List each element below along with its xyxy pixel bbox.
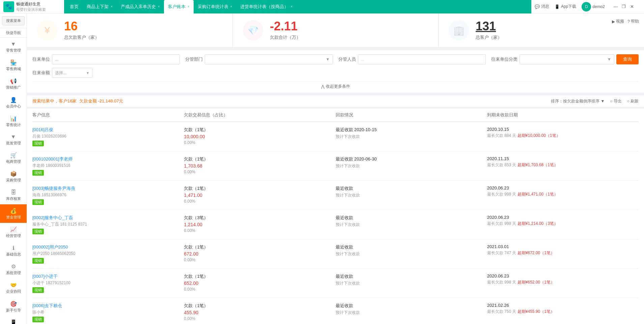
debt-count: 欠款（1笔） xyxy=(184,273,335,279)
dept-input[interactable]: ▼ xyxy=(205,54,333,64)
user-info[interactable]: D demo2 xyxy=(582,2,605,11)
video-btn[interactable]: ▶ 视频 xyxy=(612,19,624,24)
customer-name[interactable]: [0016]吕俊 xyxy=(32,127,184,133)
tab-进货单统计表（按商品）[interactable]: 进货单统计表（按商品）× xyxy=(236,0,297,13)
person-input[interactable]: ... xyxy=(358,54,486,64)
overdue-link[interactable]: 超期¥1,214.00（3笔） xyxy=(517,221,558,226)
unit-class-input[interactable]: ▼ xyxy=(520,54,614,64)
tab-客户账本[interactable]: 客户账本× xyxy=(164,0,194,13)
help-btn[interactable]: ? 帮助 xyxy=(627,19,639,24)
debt-amount-label: 欠款合计（万） xyxy=(270,34,301,40)
sidebar-icon: 🤝 xyxy=(10,282,17,288)
quick-nav[interactable]: 快捷导航 xyxy=(0,28,27,38)
overdue-link[interactable]: 超期¥455.90（1笔） xyxy=(517,309,555,314)
tab-close-icon[interactable]: × xyxy=(188,5,190,8)
sidebar-label: 零售统计 xyxy=(6,123,21,127)
tab-close-icon[interactable]: × xyxy=(111,5,113,8)
table-row: [0001020001]李老师 李老师 18600391516 现销 欠款（1笔… xyxy=(32,151,639,181)
tab-采购订单统计表[interactable]: 采购订单统计表× xyxy=(194,0,236,13)
filter-person: 分管人员 ... xyxy=(338,54,486,64)
sidebar-icon: 👤 xyxy=(10,97,17,103)
last-collection: 最近收款 xyxy=(336,273,487,279)
customer-phone: 吕俊 13026203696 xyxy=(32,134,184,139)
sidebar-item-会员中心[interactable]: 👤会员中心 xyxy=(0,93,27,112)
from-unit-input[interactable]: ... xyxy=(52,54,180,64)
table-row: [000002]用户2050 用户2050 18665062050 现销 欠款（… xyxy=(32,239,639,269)
customer-name[interactable]: [000002]用户2050 xyxy=(32,244,184,250)
sidebar-icon: ▼ xyxy=(11,41,16,47)
app-download-btn[interactable]: 📱 App下载 xyxy=(555,4,576,9)
debt-amount-icon: 💎 xyxy=(243,20,263,40)
from-unit-label: 往来单位 xyxy=(32,56,50,62)
overdue-link[interactable]: 超期¥10,000.00（1笔） xyxy=(517,133,560,138)
overdue-link[interactable]: 超期¥1,471.00（1笔） xyxy=(517,192,558,197)
sidebar-icon: 📦 xyxy=(10,171,17,177)
debt-amount: 1,471.00 xyxy=(184,193,335,198)
customer-name[interactable]: [0001020001]李老师 xyxy=(32,156,184,162)
overdue-link[interactable]: 超期¥672.00（1笔） xyxy=(517,251,555,255)
customer-name[interactable]: [0002]服务中心_丁磊 xyxy=(32,215,184,221)
tab-close-icon[interactable]: × xyxy=(230,5,232,8)
customer-tag: 现销 xyxy=(32,317,44,322)
sort-select[interactable]: 排序：按欠款金额倒序排序 ▼ xyxy=(551,98,605,104)
due-date-cell: 2020.06.23 最长欠款 998 天 超期¥652.00（1笔） xyxy=(487,273,639,285)
query-button[interactable]: 查询 xyxy=(616,54,639,64)
sidebar-item-系统管理[interactable]: ⚙系统管理 xyxy=(0,260,27,278)
debt-info-cell: 欠款（1笔） 1,703.68 0.00% xyxy=(184,156,335,174)
sidebar-item-企业协同[interactable]: 🤝企业协同 xyxy=(0,278,27,297)
sidebar-item-库存核算[interactable]: 🗄库存核算 xyxy=(0,186,27,204)
messages-btn[interactable]: 💬 消息 xyxy=(535,4,549,9)
table-row: [0016]吕俊 吕俊 13026203696 现销 欠款（1笔） 10,000… xyxy=(32,122,639,151)
sidebar-item-电商管理[interactable]: 🛒电商管理 xyxy=(0,149,27,167)
sidebar-icon: 🏪 xyxy=(10,59,17,66)
table-header-cell: 客户信息 xyxy=(32,112,184,118)
sidebar-item-资金管理[interactable]: 💰资金管理 xyxy=(0,204,27,223)
tab-close-icon[interactable]: × xyxy=(290,5,292,8)
sidebar-item-基础信息[interactable]: ℹ基础信息 xyxy=(0,241,27,260)
sidebar-item-批发管理[interactable]: ▼批发管理 xyxy=(0,130,27,149)
logo-text: 畅捷通好生意 xyxy=(16,1,46,7)
table-row: [0006]去下粮仓 陈小希 现销 欠款（1笔） 455.90 0.00% 最近… xyxy=(32,298,639,324)
table-row: [0007]小进干 小进干 18279152100 现销 欠款（1笔） 652.… xyxy=(32,269,639,298)
due-date: 2020.06.23 xyxy=(487,185,639,190)
debt-count: 欠款（1笔） xyxy=(184,185,335,192)
tab-close-icon[interactable]: × xyxy=(158,5,160,8)
tab-产成品入库单历史[interactable]: 产成品入库单历史× xyxy=(117,0,164,13)
collapse-btn[interactable]: ⋀ 收起更多条件 xyxy=(32,81,639,91)
overdue-link[interactable]: 超期¥1,703.68（1笔） xyxy=(517,163,558,167)
sidebar-item-零售商城[interactable]: 🏪零售商城 xyxy=(0,56,27,75)
refresh-btn[interactable]: ○ 刷新 xyxy=(627,98,639,104)
sidebar-item-采购管理[interactable]: 📦采购管理 xyxy=(0,167,27,186)
customer-phone: 用户2050 18665062050 xyxy=(32,251,184,257)
customer-name[interactable]: [0003]畅捷服务尹海燕 xyxy=(32,185,184,192)
customer-info-cell: [0001020001]李老师 李老师 18600391516 现销 xyxy=(32,156,184,176)
sidebar-item-新手引导[interactable]: 🎯新手引导 xyxy=(0,297,27,316)
customer-name[interactable]: [0006]去下粮仓 xyxy=(32,303,184,309)
sidebar-item-零售统计[interactable]: 📊零售统计 xyxy=(0,112,27,130)
filter-from-unit: 往来单位 ... xyxy=(32,54,180,64)
sidebar-search[interactable]: 搜索菜单 xyxy=(0,13,27,28)
sidebar-item-应用中心[interactable]: 📱应用中心 xyxy=(0,316,27,324)
customer-info-cell: [0003]畅捷服务尹海燕 海燕 18513066976 现销 xyxy=(32,185,184,205)
balance-select[interactable]: 选择... ▼ xyxy=(52,68,92,78)
customer-name[interactable]: [0007]小进干 xyxy=(32,273,184,279)
search-menu-btn[interactable]: 搜索菜单 xyxy=(2,16,25,25)
overdue-link[interactable]: 超期¥652.00（1笔） xyxy=(517,280,555,285)
close-btn[interactable]: ✕ xyxy=(628,3,635,10)
tab-首页[interactable]: 首页 xyxy=(66,0,83,13)
sidebar-item-零售管理[interactable]: ▼零售管理 xyxy=(0,38,27,56)
sidebar-label: 批发管理 xyxy=(6,141,21,145)
export-btn[interactable]: ○ 导出 xyxy=(610,98,622,104)
tab-商品上下架[interactable]: 商品上下架× xyxy=(83,0,117,13)
sidebar-label: 电商管理 xyxy=(6,159,21,164)
sidebar-item-经营管理[interactable]: 📈经营管理 xyxy=(0,223,27,241)
stat-actions: ▶ 视频 ? 帮助 xyxy=(612,19,639,24)
sidebar-label: 资金管理 xyxy=(6,215,21,219)
restore-btn[interactable]: ❐ xyxy=(620,3,627,10)
logo-icon: 🐾 xyxy=(3,1,14,12)
minimize-btn[interactable]: — xyxy=(612,3,619,10)
customer-phone: 服务中心_丁磊 181 0125 8371 xyxy=(32,222,184,227)
sidebar-item-营销推广[interactable]: 📢营销推广 xyxy=(0,75,27,93)
debt-count: 欠款（1笔） xyxy=(184,127,335,133)
debt-amount: 1,703.68 xyxy=(184,163,335,169)
